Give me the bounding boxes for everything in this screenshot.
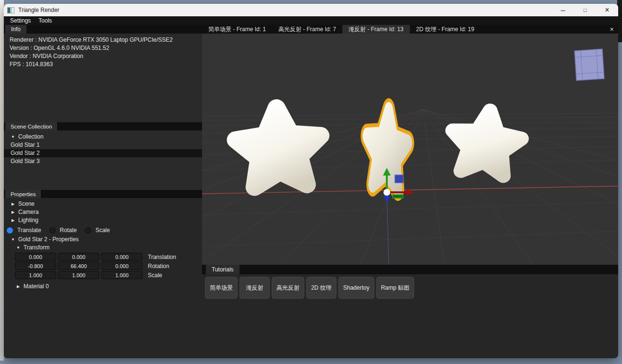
chevron-right-icon[interactable]: ▶ — [16, 282, 21, 291]
gold-star-2-label: Gold Star 2 — [11, 149, 40, 157]
translation-row: Translation — [15, 253, 202, 261]
window-controls: ─ □ × — [552, 4, 618, 16]
gold-star-3-label: Gold Star 3 — [11, 157, 40, 165]
viewport-scene — [202, 34, 618, 265]
scale-z-field[interactable] — [101, 271, 143, 279]
properties-tab-bar: Properties — [4, 190, 202, 198]
viewport-tab-diffuse[interactable]: 漫反射 - Frame Id: 13 — [342, 25, 410, 34]
rotation-x-field[interactable] — [15, 262, 56, 270]
tutorial-button-simple-scene[interactable]: 简单场景 — [205, 277, 238, 299]
translate-radio[interactable] — [7, 227, 13, 234]
scale-label[interactable]: Scale — [96, 227, 110, 234]
viewport-close-button[interactable]: × — [610, 25, 614, 34]
gold-star-1-label: Gold Star 1 — [11, 141, 40, 149]
viewport-tab-bar: 简单场景 - Frame Id: 1 高光反射 - Frame Id: 7 漫反… — [202, 25, 618, 34]
chevron-down-icon[interactable]: ▼ — [11, 235, 15, 244]
gizmo-mode-row: Translate Rotate Scale — [4, 225, 202, 235]
nav-cube — [574, 49, 604, 81]
camera-group-label: Camera — [18, 208, 39, 216]
window-title: Triangle Render — [18, 7, 60, 13]
viewport-close-icon: × — [610, 25, 614, 33]
minimize-button[interactable]: ─ — [552, 4, 574, 16]
viewport-tab-specular[interactable]: 高光反射 - Frame Id: 7 — [272, 25, 342, 34]
scale-x-field[interactable] — [15, 271, 56, 279]
desktop-background-left — [0, 0, 4, 361]
tutorial-button-specular[interactable]: 高光反射 — [272, 277, 304, 299]
tree-node-scene[interactable]: ▶ Scene — [4, 200, 202, 208]
viewport-tab-simple-scene[interactable]: 简单场景 - Frame Id: 1 — [202, 25, 272, 34]
viewport-3d[interactable] — [202, 34, 618, 265]
gizmo-z-axis-line — [387, 192, 389, 265]
tab-tutorials[interactable]: Tutorials — [206, 265, 239, 274]
tree-node-collection[interactable]: ▼ Collection — [4, 133, 202, 141]
tutorial-button-shadertoy[interactable]: Shadertoy — [338, 277, 374, 299]
info-tab-bar: Info — [4, 25, 202, 34]
chevron-down-icon[interactable]: ▼ — [11, 133, 15, 141]
tree-node-camera[interactable]: ▶ Camera — [4, 208, 202, 216]
scene-collection-tab-bar: Scene Collection — [4, 122, 202, 130]
tutorial-button-diffuse[interactable]: 漫反射 — [239, 277, 270, 299]
menu-bar: Settings Tools — [4, 16, 618, 25]
viewport-tab-2d-texture[interactable]: 2D 纹理 - Frame Id: 19 — [410, 25, 480, 34]
chevron-right-icon[interactable]: ▶ — [11, 208, 15, 216]
translation-z-field[interactable] — [101, 253, 143, 261]
scale-row: Scale — [15, 271, 202, 279]
gizmo-plane-handle-green — [393, 195, 403, 198]
scale-y-field[interactable] — [58, 271, 99, 279]
translation-y-field[interactable] — [58, 253, 99, 261]
chevron-down-icon[interactable]: ▼ — [16, 244, 21, 252]
gizmo-center-handle — [383, 189, 390, 196]
app-icon — [7, 7, 14, 13]
tree-node-transform[interactable]: ▼ Transform — [4, 244, 202, 252]
info-fps: FPS : 1014.8363 — [10, 60, 202, 69]
tree-node-lighting[interactable]: ▶ Lighting — [4, 216, 202, 224]
minimize-icon: ─ — [561, 7, 565, 14]
lighting-group-label: Lighting — [18, 216, 38, 224]
rotation-row-label: Rotation — [148, 263, 169, 270]
list-item-gold-star-1[interactable]: Gold Star 1 — [4, 141, 202, 149]
star-gold-star-1 — [234, 106, 323, 188]
maximize-icon: □ — [584, 7, 587, 13]
rotate-label[interactable]: Rotate — [60, 227, 77, 234]
tab-info[interactable]: Info — [5, 25, 26, 34]
maximize-button[interactable]: □ — [574, 4, 596, 16]
tutorial-button-ramp-map[interactable]: Ramp 贴图 — [376, 277, 414, 299]
material-label: Material 0 — [24, 282, 49, 291]
app-window: Triangle Render ─ □ × Settings Tools Inf… — [4, 4, 618, 358]
close-icon: × — [605, 6, 609, 14]
titlebar: Triangle Render ─ □ × — [4, 4, 618, 16]
translate-label[interactable]: Translate — [17, 227, 41, 234]
rotation-z-field[interactable] — [101, 262, 143, 270]
tree-node-object-properties[interactable]: ▼ Gold Star 2 - Properties — [4, 235, 202, 244]
tab-scene-collection[interactable]: Scene Collection — [5, 122, 57, 130]
list-item-gold-star-2[interactable]: Gold Star 2 — [4, 149, 202, 157]
chevron-right-icon[interactable]: ▶ — [11, 200, 15, 208]
left-dock: Renderer : NVIDIA GeForce RTX 3050 Lapto… — [4, 34, 202, 358]
gizmo-plane-handle-blue — [395, 175, 403, 183]
scene-collection-panel: ▼ Collection Gold Star 1 Gold Star 2 Gol… — [4, 130, 202, 190]
menu-tools[interactable]: Tools — [38, 17, 52, 24]
gizmo-z-arrowhead — [383, 196, 390, 203]
transform-label: Transform — [24, 244, 49, 252]
tutorial-button-2d-texture[interactable]: 2D 纹理 — [306, 277, 336, 299]
menu-settings[interactable]: Settings — [10, 17, 31, 24]
translation-x-field[interactable] — [15, 253, 56, 261]
rotation-y-field[interactable] — [58, 262, 99, 270]
rotate-radio[interactable] — [49, 227, 56, 234]
info-version: Version : OpenGL 4.6.0 NVIDIA 551.52 — [10, 44, 202, 52]
list-item-gold-star-3[interactable]: Gold Star 3 — [4, 157, 202, 165]
scale-radio[interactable] — [85, 227, 91, 234]
close-button[interactable]: × — [596, 4, 618, 16]
transform-grid: Translation Rotation Scale — [4, 253, 202, 279]
scene-group-label: Scene — [18, 200, 35, 208]
properties-panel: ▶ Scene ▶ Camera ▶ Lighting Translate Ro… — [4, 198, 202, 358]
chevron-right-icon[interactable]: ▶ — [11, 216, 15, 224]
tab-properties[interactable]: Properties — [5, 190, 41, 198]
translation-row-label: Translation — [148, 254, 176, 260]
info-renderer: Renderer : NVIDIA GeForce RTX 3050 Lapto… — [10, 36, 202, 44]
scale-row-label: Scale — [148, 272, 162, 279]
info-panel: Renderer : NVIDIA GeForce RTX 3050 Lapto… — [4, 34, 202, 122]
collection-label: Collection — [18, 133, 44, 141]
rotation-row: Rotation — [15, 262, 202, 270]
tree-node-material[interactable]: ▶ Material 0 — [4, 282, 202, 291]
